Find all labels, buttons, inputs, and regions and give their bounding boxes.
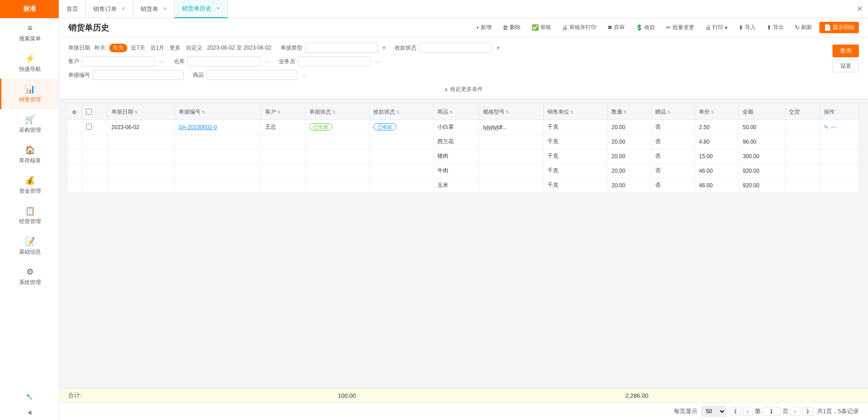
filter-doc-type-dropdown[interactable]: ▾ — [382, 44, 386, 51]
delete-button[interactable]: 🗑 删除 — [499, 22, 524, 33]
shortcut-1month[interactable]: 近1月 — [149, 44, 166, 52]
shortcut-7days[interactable]: 近7天 — [129, 44, 147, 52]
sidebar-item-basic-info[interactable]: 📝 基础信息 — [0, 231, 59, 261]
sort-date-icon: ⇅ — [134, 110, 138, 115]
audit-button[interactable]: ✅ 审核 — [528, 22, 555, 33]
page-last-button[interactable]: ⟫ — [802, 407, 813, 416]
shortcut-today[interactable]: 今天 — [109, 44, 127, 52]
filter-salesperson-input[interactable] — [298, 56, 371, 66]
page-prev-button[interactable]: ‹ — [743, 407, 753, 416]
page-size-select[interactable]: 50 100 200 — [701, 406, 726, 416]
filter-salesperson-dots[interactable]: ··· — [375, 58, 381, 65]
abandon-button[interactable]: ✖ 弃审 — [604, 22, 628, 33]
collect-button[interactable]: 💲 收款 — [632, 22, 659, 33]
refresh-button[interactable]: ↻ 刷新 — [791, 22, 816, 33]
audit-print-button[interactable]: 🖨 审核并打印 — [558, 22, 600, 33]
sidebar-item-search-menu[interactable]: ≡ 搜索菜单 — [0, 18, 59, 48]
col-sales-unit[interactable]: 销售单位⇅ — [543, 105, 607, 120]
filter-goods-label: 商品 — [193, 71, 204, 79]
tab-sales-shipment-close[interactable]: ✕ — [163, 6, 167, 12]
filter-warehouse-dots[interactable]: ··· — [265, 58, 270, 65]
shortcut-custom[interactable]: 自定义 — [184, 44, 204, 52]
col-goods[interactable]: 商品⇅ — [434, 105, 479, 120]
filter-goods-input[interactable] — [206, 70, 297, 80]
row-edit-icon[interactable]: ✎ — [824, 124, 828, 130]
collapse-filter-button[interactable]: ∧ 收起更多条件 — [68, 85, 859, 93]
filter-warehouse-input[interactable] — [187, 56, 260, 66]
filter-goods-dots[interactable]: ··· — [302, 71, 307, 79]
col-customer[interactable]: 客户⇅ — [261, 105, 305, 120]
sidebar-item-label: 快捷导航 — [19, 65, 41, 73]
sidebar-bottom-toggle[interactable]: ◀ — [0, 405, 59, 420]
import-button[interactable]: ⬇ 导入 — [735, 22, 759, 33]
page-size-label: 每页显示 — [674, 407, 697, 415]
sidebar-item-sales-mgmt[interactable]: 📊 销售管理 — [0, 79, 59, 109]
sidebar-item-ops-mgmt[interactable]: 📋 经营管理 — [0, 200, 59, 231]
filter-warehouse-label: 仓库 — [174, 58, 185, 65]
filter-payment-status-dropdown[interactable]: ▾ — [497, 44, 500, 51]
shortcut-more[interactable]: 更多 — [168, 44, 182, 52]
row-checkbox[interactable] — [86, 124, 92, 130]
shortcut-yesterday[interactable]: 昨天 — [93, 44, 107, 52]
sidebar-item-quick-nav[interactable]: ⚡ 快捷导航 — [0, 48, 59, 79]
page-next-button[interactable]: › — [790, 407, 800, 416]
export-button[interactable]: ⬆ 导出 — [763, 22, 788, 33]
col-doc-status[interactable]: 单据状态⇅ — [305, 105, 369, 120]
sidebar-bottom-settings[interactable]: 🔧 — [0, 389, 59, 405]
filter-payment-status-input[interactable] — [419, 43, 492, 53]
col-date[interactable]: 单据日期⇅ — [108, 105, 175, 120]
sidebar-item-label: 销售管理 — [19, 96, 41, 104]
filter-payment-status-label: 收款状态 — [395, 44, 416, 52]
col-doc-no[interactable]: 单据编号⇅ — [175, 105, 261, 120]
filter-customer-dots[interactable]: ··· — [159, 58, 165, 65]
cell-unit-price: 2.50 — [695, 120, 739, 135]
filter-date-label: 单据日期 — [68, 44, 90, 52]
set-button[interactable]: 设置 — [833, 60, 859, 72]
refresh-label: 刷新 — [801, 24, 812, 31]
cell-trade — [785, 135, 820, 149]
filter-customer-input[interactable] — [82, 56, 155, 66]
select-all-checkbox[interactable] — [86, 109, 92, 115]
abandon-icon: ✖ — [607, 24, 612, 31]
tab-sales-order[interactable]: 销售订单 ✕ — [86, 0, 133, 18]
filter-area: 单据日期 昨天 今天 近7天 近1月 更多 自定义 2023-06-02 至 2… — [59, 37, 868, 99]
sidebar-item-purchase-mgmt[interactable]: 🛒 采购管理 — [0, 109, 59, 140]
fund-mgmt-icon: 💰 — [25, 175, 35, 185]
table-settings-col[interactable]: ⚙ — [68, 105, 82, 120]
batch-change-button[interactable]: ✏ 批量变更 — [662, 22, 698, 33]
tab-bar-close-all[interactable]: ✕ — [851, 5, 868, 13]
tab-sales-history[interactable]: 销货单历史 ✕ — [175, 0, 228, 18]
tab-sales-order-close[interactable]: ✕ — [121, 6, 125, 12]
cell-doc-no — [175, 164, 261, 178]
cell-customer — [261, 178, 305, 193]
main-area: 首页 销售订单 ✕ 销货单 ✕ 销货单历史 ✕ ✕ 销货单历史 + 新增 — [59, 0, 868, 420]
col-unit-price[interactable]: 单价⇅ — [695, 105, 739, 120]
filter-doc-type-input[interactable] — [305, 43, 378, 53]
query-button[interactable]: 查询 — [833, 45, 859, 57]
cell-doc-status — [305, 178, 369, 193]
col-gift[interactable]: 赠品⇅ — [652, 105, 695, 120]
col-spec-type[interactable]: 规格型号⇅ — [479, 105, 543, 120]
show-detail-button[interactable]: 📄 显示明细 — [819, 22, 859, 33]
print-button[interactable]: 🖨 打印 ▾ — [702, 22, 731, 33]
new-button[interactable]: + 新增 — [472, 22, 495, 33]
sidebar-item-sys-mgmt[interactable]: ⚙ 系统管理 — [0, 261, 59, 292]
cell-date — [108, 149, 175, 164]
delete-icon: 🗑 — [502, 24, 508, 31]
sidebar-item-fund-mgmt[interactable]: 💰 资金管理 — [0, 170, 59, 200]
page-number-input[interactable] — [763, 407, 781, 416]
col-quantity[interactable]: 数量⇅ — [608, 105, 652, 120]
doc-no-link[interactable]: SA-20230602-0 — [179, 124, 217, 130]
tab-home[interactable]: 首页 — [59, 0, 86, 18]
search-menu-icon: ≡ — [28, 24, 33, 33]
table-header-row: ⚙ 单据日期⇅ 单据编号⇅ 客户⇅ 单据状态⇅ 收款状态⇅ 商品⇅ 规格型号⇅ … — [68, 105, 859, 120]
tab-sales-history-close[interactable]: ✕ — [216, 5, 220, 11]
sidebar-item-inventory[interactable]: 🏠 库存核算 — [0, 140, 59, 170]
row-more-icon[interactable]: ⋯ — [831, 124, 837, 130]
sidebar-item-label: 搜索菜单 — [19, 35, 41, 43]
filter-doc-no-input[interactable] — [93, 70, 184, 80]
col-payment-status[interactable]: 收款状态⇅ — [369, 105, 433, 120]
page-header: 销货单历史 + 新增 🗑 删除 ✅ 审核 🖨 审核并打印 — [59, 18, 868, 37]
page-first-button[interactable]: ⟪ — [730, 407, 741, 416]
tab-sales-shipment[interactable]: 销货单 ✕ — [133, 0, 175, 18]
